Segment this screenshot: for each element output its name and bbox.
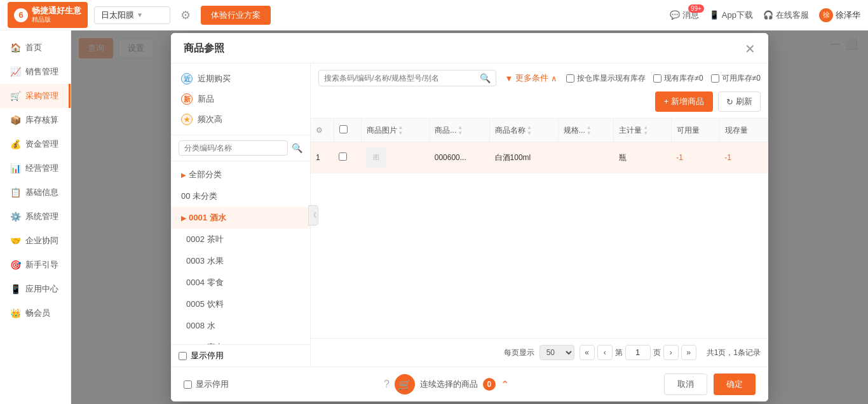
category-search-input[interactable]: [179, 140, 288, 156]
category-item-tea[interactable]: 0002 茶叶: [171, 229, 310, 250]
page-size-select[interactable]: 10 20 50 100: [539, 345, 574, 360]
main-layout: 🏠 首页 📈 销售管理 🛒 采购管理 📦 库存核算 💰 资金管理 📊 经营管理 …: [0, 30, 868, 404]
sidebar-item-sales[interactable]: 📈 销售管理: [0, 60, 71, 84]
th-unit[interactable]: 主计量 ▲▼: [614, 119, 671, 142]
gear-icon[interactable]: ⚙: [177, 8, 194, 22]
modal-header: 商品参照 ✕: [171, 33, 768, 64]
category-item-all[interactable]: ▶ 全部分类: [171, 164, 310, 185]
modal-close-button[interactable]: ✕: [745, 43, 756, 55]
product-image: 图: [366, 147, 386, 168]
apps-icon: 📱: [10, 284, 20, 294]
cb-available-nonzero[interactable]: 可用库存≠0: [711, 73, 761, 84]
help-icon[interactable]: ?: [384, 379, 390, 390]
category-item-fruit[interactable]: 0003 水果: [171, 250, 310, 272]
th-name[interactable]: 商品名称 ▲▼: [490, 119, 559, 142]
checkbox-group: 按仓库显示现有库存 现有库存≠0 可用库存≠0: [566, 73, 761, 84]
table-row[interactable]: 1 图 000600... 白酒100ml: [311, 142, 768, 173]
th-stock: 现存量: [719, 119, 768, 142]
show-disabled-label: 显示停用: [191, 350, 224, 361]
prev-page-button[interactable]: ‹: [597, 345, 613, 360]
sidebar-item-operations[interactable]: 📊 经营管理: [0, 156, 71, 180]
online-service-button[interactable]: 🎧 在线客服: [763, 10, 809, 21]
product-search-input[interactable]: [324, 74, 477, 83]
filter-button[interactable]: ▼ 更多条件 ∧: [501, 70, 562, 86]
category-item-snack[interactable]: 0004 零食: [171, 272, 310, 293]
app-download-button[interactable]: 📱 App下载: [709, 10, 753, 21]
show-disabled-footer-checkbox[interactable]: [184, 380, 192, 389]
sidebar-item-inventory[interactable]: 📦 库存核算: [0, 108, 71, 132]
category-item-uncategorized[interactable]: 00 未分类: [171, 185, 310, 207]
sidebar-item-apps[interactable]: 📱 应用中心: [0, 277, 71, 301]
cart-button[interactable]: 🛒: [395, 374, 415, 394]
add-product-button[interactable]: + 新增商品: [655, 91, 713, 112]
sidebar-item-member[interactable]: 👑 畅会员: [0, 301, 71, 325]
app-icon: 📱: [709, 10, 719, 20]
th-image[interactable]: 商品图片 ▲▼: [361, 119, 430, 142]
cancel-button[interactable]: 取消: [664, 374, 707, 395]
confirm-button[interactable]: 确定: [714, 374, 756, 395]
user-area[interactable]: 徐 徐泽华: [819, 8, 860, 22]
messages-button[interactable]: 💬 消息 99+: [670, 10, 699, 21]
sidebar-item-system[interactable]: ⚙️ 系统管理: [0, 205, 71, 229]
cb-warehouse-display[interactable]: 按仓库显示现有库存: [566, 73, 646, 84]
logo[interactable]: 6 畅捷通好生意 精品版: [8, 2, 88, 29]
sidebar-label-guide: 新手引导: [25, 259, 58, 271]
modal-right-panel: 🔍 ▼ 更多条件 ∧ 按仓库显示现有库存: [311, 64, 768, 367]
category-item-beverage[interactable]: 0005 饮料: [171, 293, 310, 315]
sales-icon: 📈: [10, 67, 20, 77]
sidebar-item-purchase[interactable]: 🛒 采购管理: [0, 84, 71, 108]
product-search-icon[interactable]: 🔍: [480, 73, 491, 83]
next-page-button[interactable]: ›: [663, 345, 679, 360]
select-all-checkbox[interactable]: [339, 125, 348, 133]
cb-stock-nonzero[interactable]: 现有库存≠0: [653, 73, 703, 84]
category-label-tea: 0002 茶叶: [186, 234, 224, 245]
collapse-panel-button[interactable]: 《: [308, 205, 318, 226]
th-code[interactable]: 商品... ▲▼: [430, 119, 490, 142]
sidebar-item-finance[interactable]: 💰 资金管理: [0, 132, 71, 156]
category-search-icon[interactable]: 🔍: [292, 143, 302, 153]
cb-warehouse-input[interactable]: [566, 74, 574, 83]
system-icon: ⚙️: [10, 212, 20, 222]
th-spec[interactable]: 规格... ▲▼: [558, 119, 614, 142]
category-label-liquor: 0001 酒水: [189, 212, 226, 224]
modal-overlay: 商品参照 ✕ 近 近期购买 新: [71, 30, 868, 404]
quick-link-recent[interactable]: 近 近期购买: [171, 69, 310, 89]
table-gear-icon[interactable]: ⚙: [316, 126, 323, 135]
th-gear[interactable]: ⚙: [311, 119, 334, 142]
show-disabled-checkbox[interactable]: [179, 352, 187, 360]
cb-stock-input[interactable]: [653, 74, 661, 83]
quick-links: 近 近期购买 新 新品 ★ 频次高: [171, 64, 310, 135]
category-item-liquor[interactable]: ▶ 0001 酒水: [171, 207, 310, 229]
sidebar-label-purchase: 采购管理: [25, 90, 58, 102]
sidebar-item-collab[interactable]: 🤝 企业协同: [0, 229, 71, 253]
quick-link-freq-label: 频次高: [198, 114, 222, 125]
sidebar-label-apps: 应用中心: [25, 283, 58, 295]
page-number-input[interactable]: [625, 345, 651, 360]
product-table: ⚙ 商品图片 ▲▼: [311, 119, 768, 173]
category-item-appliances[interactable]: 0010 家电: [171, 337, 310, 344]
th-spec-label: 规格...: [564, 125, 585, 136]
headset-icon: 🎧: [763, 10, 773, 20]
row-checkbox[interactable]: [339, 152, 347, 161]
sidebar-label-basic-info: 基础信息: [25, 187, 58, 198]
sidebar-item-guide[interactable]: 🎯 新手引导: [0, 253, 71, 277]
refresh-label: 刷新: [736, 96, 752, 107]
refresh-button[interactable]: ↻ 刷新: [718, 91, 761, 112]
td-checkbox[interactable]: [334, 142, 361, 173]
last-page-button[interactable]: »: [681, 345, 696, 360]
category-item-water[interactable]: 0008 水: [171, 315, 310, 337]
sidebar-item-basic-info[interactable]: 📋 基础信息: [0, 180, 71, 205]
sort-arrows-spec: ▲▼: [587, 125, 592, 136]
first-page-button[interactable]: «: [580, 345, 595, 360]
toolbar-right: + 新增商品 ↻ 刷新: [655, 91, 761, 112]
collapse-cart-icon[interactable]: ⌃: [501, 379, 509, 391]
category-label-fruit: 0003 水果: [186, 255, 224, 267]
quick-link-new[interactable]: 新 新品: [171, 89, 310, 109]
td-unit: 瓶: [614, 142, 671, 173]
sidebar-item-home[interactable]: 🏠 首页: [0, 36, 71, 60]
basic-info-icon: 📋: [10, 187, 20, 198]
nav-dropdown[interactable]: 日太阳膜 ▼: [94, 6, 170, 24]
quick-link-frequent[interactable]: ★ 频次高: [171, 109, 310, 130]
trial-button[interactable]: 体验行业方案: [201, 6, 271, 25]
cb-available-input[interactable]: [711, 74, 719, 83]
